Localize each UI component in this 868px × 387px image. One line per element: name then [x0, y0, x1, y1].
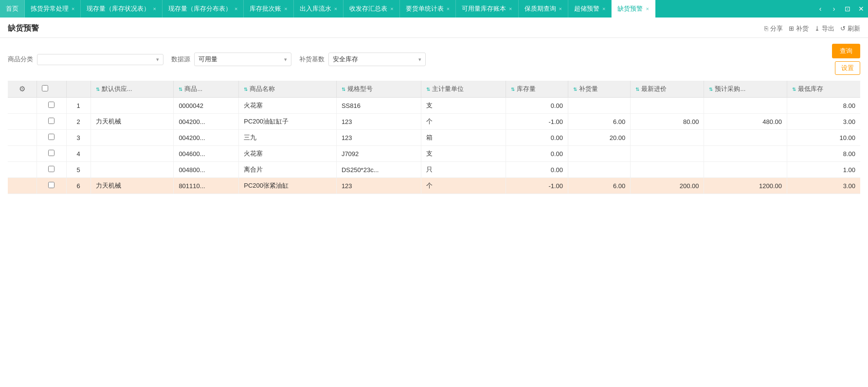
- tab-restore-button[interactable]: ⊡: [841, 5, 854, 13]
- col-header-product_code[interactable]: ⇅商品...: [174, 81, 239, 98]
- filter-right-buttons: 查询 设置: [832, 44, 860, 75]
- tab-shortage[interactable]: 缺货预警×: [612, 0, 655, 18]
- col-label-stock_qty: 库存量: [517, 85, 536, 93]
- tab-close-batch-account[interactable]: ×: [284, 6, 287, 12]
- tab-prev-button[interactable]: ‹: [814, 5, 827, 13]
- tab-inventory-status[interactable]: 现存量（库存状况表）×: [81, 0, 162, 18]
- share-action[interactable]: ⎘ 分享: [764, 24, 783, 33]
- row-checkbox[interactable]: [48, 182, 54, 188]
- export-action[interactable]: ⤓ 导出: [814, 24, 834, 33]
- sort-icon-est_purchase: ⇅: [709, 87, 713, 92]
- tab-close-exception[interactable]: ×: [72, 6, 74, 12]
- row-checkbox[interactable]: [48, 150, 54, 156]
- tab-exception[interactable]: 拣货异常处理×: [25, 0, 81, 18]
- datasource-filter-group: 数据源 可用量 ▾: [171, 53, 291, 66]
- tab-overstock[interactable]: 超储预警×: [568, 0, 612, 18]
- tab-close-inventory-dist[interactable]: ×: [235, 6, 237, 12]
- sort-icon-spec: ⇅: [342, 87, 345, 92]
- tab-close-order-stats[interactable]: ×: [447, 6, 450, 12]
- cell-latest_price: 80.00: [631, 114, 704, 130]
- sort-icon-min_stock: ⇅: [792, 87, 796, 92]
- cell-product_code: 0000042: [174, 98, 239, 114]
- replenish-base-select-value: 安全库存: [333, 55, 358, 64]
- settings-button[interactable]: 设置: [835, 61, 860, 75]
- cell-spec: J7092: [336, 146, 421, 162]
- cell-est_purchase: [704, 146, 787, 162]
- replenish-base-filter-group: 补货基数 安全库存 ▾: [299, 53, 426, 66]
- col-label-replenish_qty: 补货量: [579, 85, 598, 93]
- tab-close-receive-summary[interactable]: ×: [390, 6, 393, 12]
- cell-row_num: 1: [66, 98, 90, 114]
- cell-min_stock: 3.00: [787, 114, 860, 130]
- tab-close-inout-flow[interactable]: ×: [334, 6, 337, 12]
- cell-est_purchase: 480.00: [704, 114, 787, 130]
- cell-latest_price: [631, 146, 704, 162]
- col-header-spec[interactable]: ⇅规格型号: [336, 81, 421, 98]
- sort-icon-unit: ⇅: [426, 87, 430, 92]
- col-header-stock_qty[interactable]: ⇅库存量: [506, 81, 568, 98]
- col-header-est_purchase[interactable]: ⇅预计采购...: [704, 81, 787, 98]
- tab-close-shortage[interactable]: ×: [646, 6, 649, 12]
- col-header-unit[interactable]: ⇅主计量单位: [421, 81, 506, 98]
- cell-checkbox: [37, 130, 67, 146]
- cell-product_name: 火花塞: [239, 98, 337, 114]
- tab-next-button[interactable]: ›: [827, 5, 841, 13]
- cell-min_stock: 1.00: [787, 162, 860, 178]
- cell-default_supplier: 力天机械: [90, 114, 174, 130]
- row-checkbox[interactable]: [48, 102, 54, 108]
- sort-icon-latest_price: ⇅: [635, 87, 639, 92]
- col-header-min_stock[interactable]: ⇅最低库存: [787, 81, 860, 98]
- tab-available-ledger[interactable]: 可用量库存账本×: [456, 0, 518, 18]
- cell-spec: 123: [336, 114, 421, 130]
- gear-settings-icon[interactable]: ⚙: [19, 85, 25, 93]
- cell-stock_qty: 0.00: [506, 162, 568, 178]
- tab-batch-account[interactable]: 库存批次账×: [244, 0, 293, 18]
- category-select[interactable]: ▾: [37, 54, 163, 65]
- cell-checkbox: [37, 114, 67, 130]
- tab-close-all-button[interactable]: ✕: [854, 5, 868, 13]
- cell-row_num: 2: [66, 114, 90, 130]
- datasource-filter-label: 数据源: [171, 55, 190, 64]
- col-header-latest_price[interactable]: ⇅最新进价: [631, 81, 704, 98]
- cell-product_code: 004200...: [174, 130, 239, 146]
- tab-close-expiry-query[interactable]: ×: [559, 6, 562, 12]
- tab-close-overstock[interactable]: ×: [602, 6, 605, 12]
- replenish-action[interactable]: ⊞ 补货: [789, 24, 809, 33]
- select-all-checkbox[interactable]: [42, 85, 48, 91]
- col-label-min_stock: 最低库存: [798, 85, 823, 93]
- tab-expiry-query[interactable]: 保质期查询×: [519, 0, 568, 18]
- cell-product_name: 三九: [239, 130, 337, 146]
- sort-icon-product_name: ⇅: [244, 87, 248, 92]
- tab-label-batch-account: 库存批次账: [250, 4, 281, 13]
- tab-close-inventory-status[interactable]: ×: [153, 6, 156, 12]
- col-header-replenish_qty[interactable]: ⇅补货量: [568, 81, 631, 98]
- col-header-product_name[interactable]: ⇅商品名称: [239, 81, 337, 98]
- cell-latest_price: [631, 98, 704, 114]
- replenish-base-filter-label: 补货基数: [299, 55, 325, 64]
- datasource-select[interactable]: 可用量 ▾: [194, 53, 291, 66]
- tab-inout-flow[interactable]: 出入库流水×: [294, 0, 344, 18]
- col-header-default_supplier[interactable]: ⇅默认供应...: [90, 81, 174, 98]
- table-body: 10000042火花塞SS816支0.008.002力天机械004200...P…: [8, 98, 860, 194]
- cell-replenish_qty: [568, 98, 631, 114]
- tab-inventory-dist[interactable]: 现存量（库存分布表）×: [163, 0, 244, 18]
- tab-label-exception: 拣货异常处理: [31, 4, 69, 13]
- row-checkbox[interactable]: [48, 134, 54, 140]
- row-checkbox[interactable]: [48, 118, 54, 124]
- table-container: ⚙⇅默认供应...⇅商品...⇅商品名称⇅规格型号⇅主计量单位⇅库存量⇅补货量⇅…: [0, 81, 868, 194]
- tab-label-home: 首页: [6, 4, 18, 13]
- refresh-action[interactable]: ↺ 刷新: [840, 24, 860, 33]
- col-label-latest_price: 最新进价: [641, 85, 667, 93]
- replenish-base-select[interactable]: 安全库存 ▾: [328, 53, 426, 66]
- shortage-table: ⚙⇅默认供应...⇅商品...⇅商品名称⇅规格型号⇅主计量单位⇅库存量⇅补货量⇅…: [8, 81, 860, 194]
- row-checkbox[interactable]: [48, 166, 54, 172]
- cell-checkbox: [37, 162, 67, 178]
- tab-receive-summary[interactable]: 收发存汇总表×: [344, 0, 399, 18]
- tab-order-stats[interactable]: 要货单统计表×: [400, 0, 456, 18]
- query-button[interactable]: 查询: [832, 44, 860, 58]
- replenish-base-chevron-icon: ▾: [418, 56, 421, 63]
- tab-home[interactable]: 首页: [0, 0, 25, 18]
- cell-min_stock: 8.00: [787, 146, 860, 162]
- cell-spec: DS250*23c...: [336, 162, 421, 178]
- tab-close-available-ledger[interactable]: ×: [509, 6, 512, 12]
